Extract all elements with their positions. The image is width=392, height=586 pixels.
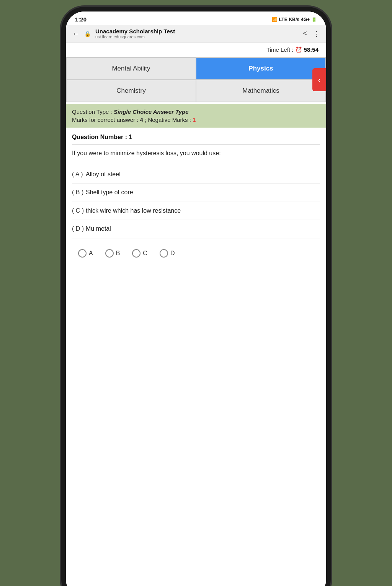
option-c[interactable]: ( C ) thick wire which has low resistanc… [72, 202, 320, 220]
option-c-text: thick wire which has low resistance [86, 207, 320, 215]
answer-letter-b: B [116, 250, 120, 257]
answer-letter-d: D [170, 250, 175, 257]
share-button[interactable]: < [303, 30, 307, 38]
tab-mental-ability[interactable]: Mental Ability [66, 57, 196, 80]
timer-label: Time Left : [266, 46, 293, 53]
question-info-bar: Question Type : Single Choice Answer Typ… [66, 104, 326, 128]
main-content: Time Left : ⏰ 58:54 Mental Ability Physi… [66, 43, 326, 586]
negative-label: ; Negative Marks : [145, 117, 191, 123]
option-b-label: ( B ) [72, 188, 86, 197]
question-type-line: Question Type : Single Choice Answer Typ… [72, 108, 320, 115]
question-number: Question Number : 1 [72, 134, 320, 145]
option-c-label: ( C ) [72, 207, 86, 215]
speed-label: KB/s [289, 17, 299, 22]
option-a-text: Alloy of steel [86, 170, 320, 179]
marks-info-line: Marks for correct answer : 4 ; Negative … [72, 117, 320, 123]
browser-title: Unacademy Scholarship Test [95, 28, 298, 34]
question-text: If you were to minimize hysteresis loss,… [72, 149, 320, 158]
radio-d[interactable] [160, 249, 168, 258]
marks-label: Marks for correct answer : [72, 117, 138, 123]
question-type-label: Question Type : [72, 108, 112, 115]
tab-mathematics[interactable]: Mathematics [196, 80, 326, 102]
status-icons: 📶 LTE KB/s 4G+ 🔋 [272, 17, 317, 22]
answer-choice-b[interactable]: B [105, 249, 120, 258]
back-button[interactable]: ← [72, 29, 80, 38]
option-a-label: ( A ) [72, 170, 86, 179]
option-d-label: ( D ) [72, 225, 86, 233]
browser-title-block: Unacademy Scholarship Test ust.ilearn.ed… [95, 28, 298, 39]
status-bar: 1:20 📶 LTE KB/s 4G+ 🔋 [66, 11, 326, 25]
tab-chemistry[interactable]: Chemistry [66, 80, 196, 102]
answer-choice-a[interactable]: A [78, 249, 93, 258]
tab-physics[interactable]: Physics [196, 57, 326, 80]
answer-choices-row: A B C D [72, 241, 320, 265]
answer-choice-d[interactable]: D [160, 249, 175, 258]
timer-value: 58:54 [304, 46, 318, 53]
signal-label: 4G+ [301, 17, 310, 22]
answer-letter-a: A [89, 250, 93, 257]
network-icon: 📶 [272, 17, 278, 22]
menu-button[interactable]: ⋮ [313, 30, 320, 38]
option-d[interactable]: ( D ) Mu metal [72, 220, 320, 238]
radio-a[interactable] [78, 249, 87, 258]
negative-value: 1 [193, 117, 196, 123]
option-b-text: Shell type of core [86, 188, 320, 197]
question-section: Question Number : 1 If you were to minim… [66, 128, 326, 271]
radio-c[interactable] [132, 249, 140, 258]
browser-toolbar: ← 🔒 Unacademy Scholarship Test ust.ilear… [66, 25, 326, 43]
chevron-left-icon: ‹ [318, 76, 321, 84]
option-b[interactable]: ( B ) Shell type of core [72, 184, 320, 202]
status-time: 1:20 [75, 16, 87, 23]
browser-actions: < ⋮ [303, 30, 320, 38]
marks-value: 4 [140, 117, 143, 123]
sidebar-toggle-button[interactable]: ‹ [312, 68, 326, 91]
question-type-value: Single Choice Answer Type [114, 108, 189, 115]
battery-icon: 🔋 [311, 17, 317, 22]
lte-label: LTE [279, 17, 287, 22]
subject-tabs-section: Mental Ability Physics Chemistry Mathema… [66, 57, 326, 102]
timer-row: Time Left : ⏰ 58:54 [66, 43, 326, 56]
answer-choice-c[interactable]: C [132, 249, 147, 258]
timer-icon: ⏰ [295, 46, 302, 53]
answer-letter-c: C [143, 250, 147, 257]
lock-icon: 🔒 [84, 31, 91, 37]
option-a[interactable]: ( A ) Alloy of steel [72, 166, 320, 184]
option-d-text: Mu metal [86, 225, 320, 233]
browser-url: ust.ilearn.edusquares.com [95, 34, 298, 39]
phone-frame: 1:20 📶 LTE KB/s 4G+ 🔋 ← 🔒 Unacademy Scho… [66, 11, 326, 586]
subject-tabs-grid: Mental Ability Physics Chemistry Mathema… [66, 57, 326, 102]
radio-b[interactable] [105, 249, 114, 258]
